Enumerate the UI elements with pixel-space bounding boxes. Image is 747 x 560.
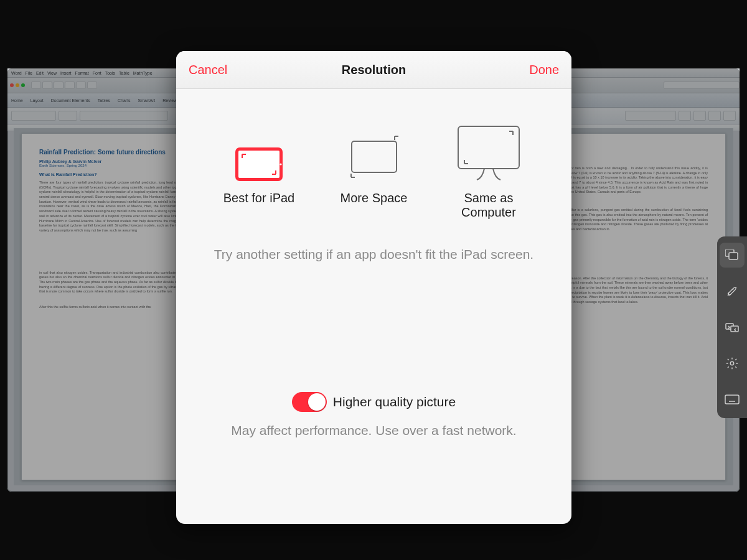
svg-rect-15	[458, 126, 519, 169]
windows-icon[interactable]	[720, 243, 745, 268]
screen: Word File Edit View Insert Format Font T…	[0, 0, 747, 560]
more-space-icon	[345, 134, 403, 182]
svg-point-4	[730, 362, 734, 365]
rocket-icon[interactable]	[720, 279, 745, 304]
modal-title: Resolution	[176, 63, 571, 77]
modal-header: Cancel Resolution Done	[176, 51, 571, 89]
svg-point-13	[280, 163, 281, 165]
quality-section: Higher quality picture May affect perfor…	[176, 392, 571, 438]
svg-rect-14	[352, 141, 397, 172]
resolution-options: Best for iPad More Space	[176, 89, 571, 226]
svg-rect-1	[729, 253, 738, 259]
resolution-modal: Cancel Resolution Done Best for iPad	[176, 51, 571, 524]
transfer-icon[interactable]	[720, 315, 745, 340]
toggle-label: Higher quality picture	[333, 394, 456, 409]
keyboard-icon[interactable]	[720, 387, 745, 412]
higher-quality-toggle[interactable]	[292, 392, 327, 412]
option-label: Same as Computer	[436, 191, 542, 220]
done-button[interactable]: Done	[529, 63, 559, 77]
ipad-icon	[234, 146, 284, 182]
option-label: Best for iPad	[206, 191, 312, 205]
option-label: More Space	[321, 191, 427, 205]
quality-hint: May affect performance. Use over a fast …	[176, 423, 571, 438]
option-best-for-ipad[interactable]: Best for iPad	[206, 124, 312, 220]
monitor-icon	[454, 124, 523, 182]
svg-rect-5	[725, 395, 739, 404]
gear-icon[interactable]	[720, 351, 745, 376]
cancel-button[interactable]: Cancel	[189, 63, 227, 77]
resolution-hint: Try another setting if an app doesn't fi…	[176, 247, 571, 262]
option-more-space[interactable]: More Space	[321, 124, 427, 220]
side-toolbar	[717, 236, 747, 418]
svg-rect-3	[731, 326, 738, 332]
option-same-as-computer[interactable]: Same as Computer	[436, 124, 542, 220]
